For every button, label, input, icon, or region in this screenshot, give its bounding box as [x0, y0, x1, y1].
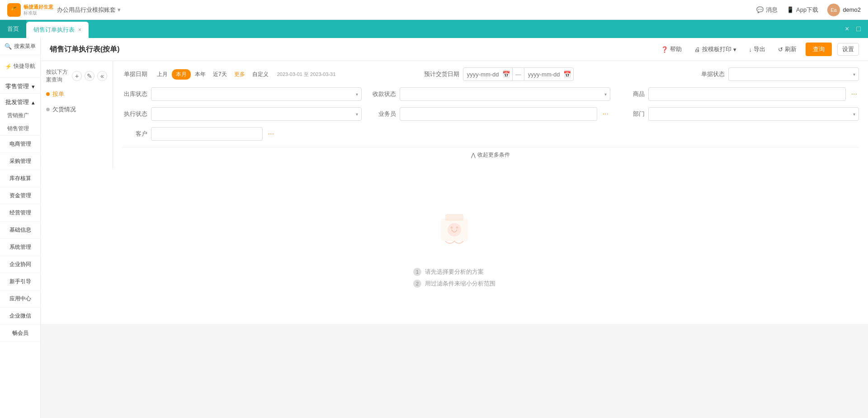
status-select[interactable] [728, 67, 859, 81]
filter-left-actions: + ✎ « [72, 71, 107, 81]
date-quick-buttons: 上月 本月 本年 近7天 更多 自定义 [154, 69, 272, 80]
sidebar-item-apps[interactable]: 应用中心 [0, 290, 40, 308]
svg-rect-1 [445, 214, 463, 221]
filter-group-exec-status: 执行状态 ▾ [122, 107, 362, 121]
refresh-icon: ↺ [778, 46, 783, 53]
user-area[interactable]: Ea demo2 [827, 4, 861, 16]
calendar-start-icon[interactable]: 📅 [502, 71, 510, 78]
this-month-btn[interactable]: 本月 [172, 69, 191, 80]
sidebar-item-enterprise[interactable]: 企业协同 [0, 256, 40, 273]
filter-group-customer: 客户 ··· [122, 127, 276, 141]
message-button[interactable]: 💬 消息 [756, 6, 778, 14]
empty-state-icon [432, 205, 477, 259]
customer-input[interactable] [151, 127, 263, 141]
receive-status-select-wrapper: ▾ [400, 87, 610, 101]
receive-status-label: 收款状态 [371, 90, 396, 98]
this-year-btn[interactable]: 本年 [192, 69, 209, 80]
goods-input[interactable] [648, 87, 846, 101]
filter-row-3: 执行状态 ▾ 业务员 ··· 部门 [122, 107, 859, 121]
print-button[interactable]: 🖨 按模板打印 ▾ [691, 43, 740, 55]
window-close-icon[interactable]: × [843, 24, 851, 34]
date-range-text: 2023-03-01 至 2023-03-31 [277, 71, 336, 78]
sidebar-item-system[interactable]: 系统管理 [0, 239, 40, 256]
sidebar-item-sales[interactable]: 销售管理 [0, 122, 40, 135]
exec-status-select[interactable] [151, 107, 362, 121]
sidebar-item-purchase[interactable]: 采购管理 [0, 153, 40, 170]
out-status-select-wrapper: ▾ [151, 87, 362, 101]
page-header: 销售订单执行表(按单) ❓ 帮助 🖨 按模板打印 ▾ ↓ 导出 ↺ 刷新 [41, 38, 868, 61]
header-right: 💬 消息 📱 App下载 Ea demo2 [756, 4, 861, 16]
salesperson-more-icon[interactable]: ··· [601, 110, 610, 118]
last-month-btn[interactable]: 上月 [154, 69, 171, 80]
out-status-label: 出库状态 [122, 90, 147, 98]
out-status-select[interactable] [151, 87, 362, 101]
sidebar-item-finance[interactable]: 资金管理 [0, 187, 40, 204]
sidebar-item-ecommerce[interactable]: 电商管理 [0, 136, 40, 153]
exec-status-select-wrapper: ▾ [151, 107, 362, 121]
sidebar-item-quick-nav[interactable]: ⚡ 快捷导航 [0, 59, 40, 74]
add-scheme-button[interactable]: + [72, 71, 82, 81]
filter-row-2: 出库状态 ▾ 收款状态 [122, 87, 859, 101]
empty-tip-1: 1 请先选择要分析的方案 [413, 268, 495, 276]
predicted-date-label: 预计交货日期 [424, 70, 459, 78]
scheme-inactive-dot [46, 108, 50, 111]
sidebar: 🔍 搜索菜单 ⚡ 快捷导航 零售管理 ▾ 批发管理 ▴ 营销推广 销售管理 电商… [0, 38, 41, 418]
filter-scheme-header: 按以下方案查询 + ✎ « [41, 66, 113, 86]
tab-home[interactable]: 首页 [0, 20, 26, 38]
sidebar-item-wechat[interactable]: 企业微信 [0, 308, 40, 325]
export-button[interactable]: ↓ 导出 [745, 43, 769, 55]
scheme-item-by-order[interactable]: 按单 [41, 86, 113, 102]
chevron-down-icon: ▾ [32, 83, 35, 90]
filter-scheme-panel: 按以下方案查询 + ✎ « 按单 [41, 61, 113, 169]
sidebar-section-wholesale: 批发管理 ▴ 营销推广 销售管理 [0, 94, 40, 136]
empty-state: 1 请先选择要分析的方案 2 用过滤条件来缩小分析范围 [41, 169, 868, 324]
print-chevron-icon: ▾ [733, 46, 736, 53]
logo-text: 畅捷通好生意 标准版 [24, 4, 53, 16]
search-button[interactable]: 查询 [806, 43, 832, 56]
sidebar-item-wholesale[interactable]: 批发管理 ▴ [0, 94, 40, 109]
phone-icon: 📱 [787, 6, 794, 13]
receive-status-select[interactable] [400, 87, 610, 101]
tab-close-icon[interactable]: × [78, 27, 81, 33]
filter-row-4: 客户 ··· [122, 127, 859, 141]
export-icon: ↓ [749, 46, 752, 53]
goods-label: 商品 [619, 90, 645, 98]
svg-point-2 [448, 223, 461, 237]
window-expand-icon[interactable]: □ [854, 24, 863, 34]
sidebar-item-member[interactable]: 畅会员 [0, 325, 40, 342]
tab-bar-actions: × □ [843, 24, 868, 34]
dept-select[interactable] [648, 107, 859, 121]
goods-more-icon[interactable]: ··· [849, 90, 859, 98]
sidebar-search[interactable]: 🔍 搜索菜单 [0, 38, 40, 55]
scheme-item-shortage[interactable]: 欠货情况 [41, 102, 113, 117]
help-button[interactable]: ❓ 帮助 [657, 43, 685, 55]
header-left: 🍊 畅捷通好生意 标准版 办公用品行业模拟账套 ▾ [7, 3, 121, 17]
app-title[interactable]: 办公用品行业模拟账套 ▾ [57, 6, 121, 14]
collapse-up-icon: ⋀ [471, 152, 476, 158]
sidebar-item-operation[interactable]: 经营管理 [0, 204, 40, 222]
tab-sales-order[interactable]: 销售订单执行表 × [26, 22, 89, 38]
app-download-button[interactable]: 📱 App下载 [787, 6, 818, 14]
sidebar-item-inventory[interactable]: 库存核算 [0, 170, 40, 187]
avatar: Ea [827, 4, 840, 16]
more-btn[interactable]: 更多 [231, 69, 248, 80]
custom-btn[interactable]: 自定义 [249, 69, 272, 80]
salesperson-input[interactable] [400, 107, 597, 121]
last-7-btn[interactable]: 近7天 [210, 69, 230, 80]
sidebar-section-retail: 零售管理 ▾ [0, 78, 40, 94]
edit-scheme-button[interactable]: ✎ [85, 71, 94, 81]
sidebar-item-basic-info[interactable]: 基础信息 [0, 222, 40, 239]
svg-point-4 [456, 227, 458, 229]
settings-button[interactable]: 设置 [837, 43, 859, 56]
collapse-filter-button[interactable]: ⋀ 收起更多条件 [122, 147, 859, 162]
filter-group-predicted-date: 预计交货日期 📅 — 📅 [424, 67, 690, 81]
user-name: demo2 [843, 6, 861, 13]
sidebar-item-marketing[interactable]: 营销推广 [0, 109, 40, 122]
collapse-scheme-button[interactable]: « [97, 71, 107, 81]
calendar-end-icon[interactable]: 📅 [563, 71, 571, 78]
sidebar-item-retail[interactable]: 零售管理 ▾ [0, 78, 40, 93]
sidebar-item-guide[interactable]: 新手引导 [0, 273, 40, 290]
tip-num-1: 1 [413, 268, 421, 276]
refresh-button[interactable]: ↺ 刷新 [774, 43, 800, 55]
customer-more-icon[interactable]: ··· [266, 130, 276, 138]
